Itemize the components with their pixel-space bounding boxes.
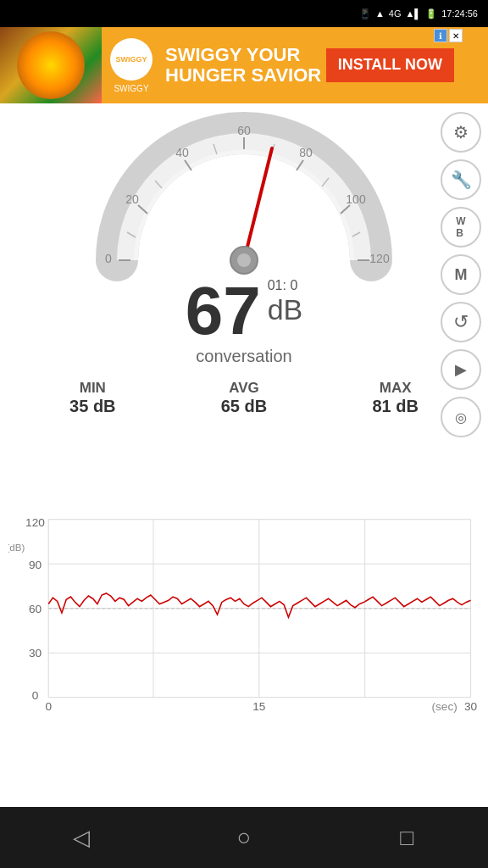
back-button[interactable]: ◁	[56, 812, 107, 863]
svg-text:100: 100	[346, 192, 366, 206]
stats-section: MIN 35 dB AVG 65 dB MAX 81 dB	[0, 373, 488, 423]
home-button[interactable]: ○	[219, 812, 269, 863]
svg-text:80: 80	[299, 146, 313, 159]
ad-banner[interactable]: SWIGGY SWIGGY SWIGGY YOUR HUNGER SAVIOR …	[0, 27, 488, 103]
max-value: 81 dB	[372, 397, 418, 416]
reading-section: 67 01: 0 dB	[186, 277, 303, 345]
m-button[interactable]: M	[441, 254, 481, 295]
compass-button[interactable]: ◎	[441, 397, 481, 437]
ad-tagline-text: SWIGGY YOUR HUNGER SAVIOR	[165, 45, 322, 86]
chart-svg: 120 (dB) 90 60 30 0 0 15 (sec) 30	[8, 427, 480, 798]
svg-text:30: 30	[464, 700, 478, 713]
gauge-svg: 0 20 40 60 80 100 120	[92, 112, 396, 281]
svg-text:40: 40	[175, 146, 189, 159]
ad-logo: SWIGGY	[110, 38, 152, 81]
ad-brand: SWIGGY SWIGGY	[102, 38, 161, 93]
gauge-section: 0 20 40 60 80 100 120	[0, 103, 488, 373]
ad-close-button[interactable]: ✕	[449, 29, 463, 42]
svg-text:60: 60	[237, 124, 251, 137]
app-main: ⚙ 🔧 WB M ↺ ▶ ◎	[0, 103, 488, 807]
svg-text:120: 120	[25, 516, 45, 529]
ad-logo-text: SWIGGY	[115, 55, 147, 64]
svg-text:20: 20	[125, 192, 139, 206]
signal-icon: ▲▌	[405, 8, 421, 19]
svg-text:90: 90	[29, 559, 42, 571]
right-buttons: ⚙ 🔧 WB M ↺ ▶ ◎	[441, 112, 481, 437]
min-value: 35 dB	[69, 397, 115, 416]
svg-text:60: 60	[29, 603, 42, 615]
svg-text:15: 15	[252, 700, 265, 713]
svg-line-20	[244, 148, 272, 260]
svg-point-22	[237, 253, 251, 267]
ad-brand-name: SWIGGY	[114, 84, 148, 93]
chart-section: 120 (dB) 90 60 30 0 0 15 (sec) 30	[0, 423, 488, 807]
recent-button[interactable]: □	[381, 812, 432, 863]
play-button[interactable]: ▶	[441, 349, 481, 390]
svg-text:120: 120	[369, 252, 390, 265]
network-label: 4G	[389, 8, 402, 19]
svg-text:30: 30	[29, 647, 42, 659]
min-label: MIN	[80, 380, 106, 397]
nav-bar: ◁ ○ □	[0, 807, 488, 868]
status-bar: 📱 ▲ 4G ▲▌ 🔋 17:24:56	[0, 0, 488, 27]
sound-label: conversation	[196, 347, 291, 366]
ad-tagline: SWIGGY YOUR HUNGER SAVIOR	[161, 45, 326, 86]
ad-install-button[interactable]: INSTALL NOW	[326, 48, 454, 82]
avg-label: AVG	[229, 380, 259, 397]
time-display: 17:24:56	[441, 8, 478, 19]
svg-text:0: 0	[32, 689, 39, 702]
avg-value: 65 dB	[221, 397, 267, 416]
wb-button[interactable]: WB	[441, 207, 481, 248]
svg-text:0: 0	[45, 700, 52, 713]
settings-button[interactable]: ⚙	[441, 112, 481, 153]
phone-icon: 📱	[359, 8, 371, 19]
ad-info-button[interactable]: ℹ	[434, 29, 447, 42]
svg-text:(sec): (sec)	[431, 700, 457, 713]
db-unit: dB	[268, 293, 303, 326]
ad-food-image	[0, 27, 102, 103]
battery-icon: 🔋	[425, 8, 437, 19]
home-icon: ○	[237, 824, 252, 851]
max-label: MAX	[380, 380, 412, 397]
min-stat: MIN 35 dB	[69, 380, 115, 416]
svg-text:0: 0	[105, 252, 112, 265]
ad-food-circle	[17, 31, 85, 99]
gauge-container: 0 20 40 60 80 100 120	[92, 112, 396, 281]
timer-section: 01: 0 dB	[268, 278, 303, 335]
wifi-icon: ▲	[375, 8, 385, 19]
max-stat: MAX 81 dB	[372, 380, 418, 416]
status-icons: 📱 ▲ 4G ▲▌ 🔋 17:24:56	[359, 8, 478, 19]
wrench-button[interactable]: 🔧	[441, 159, 481, 200]
back-icon: ◁	[73, 825, 90, 851]
recent-icon: □	[400, 825, 413, 851]
svg-text:(dB): (dB)	[8, 542, 25, 553]
reset-button[interactable]: ↺	[441, 302, 481, 342]
db-value: 67	[186, 277, 261, 345]
avg-stat: AVG 65 dB	[221, 380, 267, 416]
